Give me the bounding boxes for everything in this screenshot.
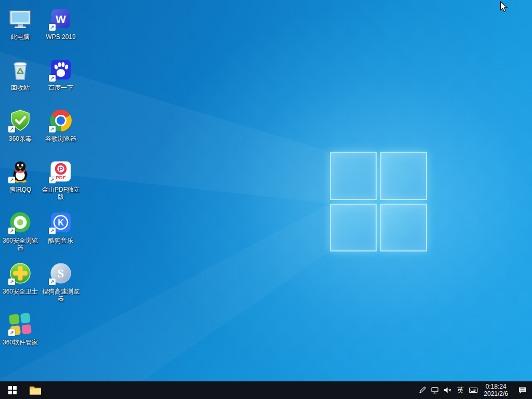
shortcut-arrow-icon: ↗ xyxy=(49,228,56,234)
icon-label: 谷歌浏览器 xyxy=(41,135,81,142)
shield-check-icon: ↗ xyxy=(8,108,33,133)
computer-icon xyxy=(8,6,33,31)
icon-label: 360安全浏览器 xyxy=(0,237,41,251)
icon-label: 360安全卫士 xyxy=(0,288,41,295)
icon-label: 搜狗高速浏览器 xyxy=(41,288,81,302)
icon-label: 360软件管家 xyxy=(0,339,41,346)
chrome-icon: ↗ xyxy=(48,108,73,133)
icon-label: 360杀毒 xyxy=(0,135,41,142)
pen-icon[interactable] xyxy=(416,381,429,399)
ime-indicator[interactable]: 英 xyxy=(454,385,467,395)
shortcut-arrow-icon: ↗ xyxy=(8,329,15,336)
pinwheel-icon: ↗ xyxy=(8,312,33,337)
desktop-icon-baidu[interactable]: ↗ 百度一下 xyxy=(41,57,81,91)
action-center-icon[interactable] xyxy=(512,381,532,399)
touch-keyboard-icon[interactable] xyxy=(467,381,480,399)
svg-text:K: K xyxy=(58,218,64,227)
system-tray: 英 0:18:24 2021/2/6 xyxy=(416,381,532,399)
icon-label: 酷狗音乐 xyxy=(41,237,81,244)
desktop-icon-sogou-browser[interactable]: S ↗ 搜狗高速浏览器 xyxy=(41,261,81,302)
icon-label: 百度一下 xyxy=(41,84,81,91)
icon-label: 腾讯QQ xyxy=(0,186,41,193)
desktop-icon-360-safe-guard[interactable]: ↗ 360安全卫士 xyxy=(0,261,41,295)
shortcut-arrow-icon: ↗ xyxy=(49,177,56,183)
shortcut-arrow-icon: ↗ xyxy=(8,228,15,234)
svg-text:S: S xyxy=(58,267,64,280)
clock-time: 0:18:24 xyxy=(486,383,507,390)
desktop-icon-area: 此电脑 回收站 ↗ 360杀毒 xyxy=(0,0,532,381)
clock-date: 2021/2/6 xyxy=(484,390,508,397)
svg-text:P: P xyxy=(59,165,63,173)
desktop-icon-360-software-manager[interactable]: ↗ 360软件管家 xyxy=(0,312,41,346)
desktop-icon-kingsoft-pdf[interactable]: P PDF ↗ 金山PDF独立版 xyxy=(41,159,81,201)
shortcut-arrow-icon: ↗ xyxy=(8,177,15,183)
windows-start-icon xyxy=(8,386,17,394)
shortcut-arrow-icon: ↗ xyxy=(8,126,15,132)
svg-text:W: W xyxy=(56,13,66,25)
folder-icon xyxy=(29,385,42,395)
shortcut-arrow-icon: ↗ xyxy=(49,126,56,132)
desktop-icon-recycle-bin[interactable]: 回收站 xyxy=(0,57,41,91)
desktop-icon-360-antivirus[interactable]: ↗ 360杀毒 xyxy=(0,108,41,142)
baidu-paw-icon: ↗ xyxy=(48,57,73,82)
wps-icon: W ↗ xyxy=(48,6,73,31)
kugou-icon: K ↗ xyxy=(48,210,73,235)
shortcut-arrow-icon: ↗ xyxy=(8,278,15,285)
sogou-icon: S ↗ xyxy=(48,261,73,286)
icon-label: WPS 2019 xyxy=(41,33,81,41)
green-plus-icon: ↗ xyxy=(8,261,33,286)
icon-label: 此电脑 xyxy=(0,33,41,41)
recycle-bin-icon xyxy=(8,57,33,82)
desktop-icon-wps-2019[interactable]: W ↗ WPS 2019 xyxy=(41,6,81,41)
shortcut-arrow-icon: ↗ xyxy=(49,75,56,82)
svg-text:PDF: PDF xyxy=(56,175,66,180)
shortcut-arrow-icon: ↗ xyxy=(49,24,56,31)
file-explorer-button[interactable] xyxy=(25,381,46,399)
start-button[interactable] xyxy=(0,381,25,399)
taskbar-clock[interactable]: 0:18:24 2021/2/6 xyxy=(480,383,512,397)
desktop-icon-this-pc[interactable]: 此电脑 xyxy=(0,6,41,41)
icon-label: 回收站 xyxy=(0,84,41,91)
network-icon[interactable] xyxy=(429,381,441,399)
green-ring-icon: ↗ xyxy=(8,210,33,235)
desktop-icon-kugou-music[interactable]: K ↗ 酷狗音乐 xyxy=(41,210,81,244)
taskbar: 英 0:18:24 2021/2/6 xyxy=(0,381,532,399)
shortcut-arrow-icon: ↗ xyxy=(49,278,56,285)
pdf-icon: P PDF ↗ xyxy=(48,159,73,184)
icon-label: 金山PDF独立版 xyxy=(41,186,81,201)
volume-muted-icon[interactable] xyxy=(441,381,454,399)
desktop-icon-chrome[interactable]: ↗ 谷歌浏览器 xyxy=(41,108,81,142)
desktop-icon-360-browser[interactable]: ↗ 360安全浏览器 xyxy=(0,210,41,251)
qq-penguin-icon: ↗ xyxy=(8,159,33,184)
desktop-icon-tencent-qq[interactable]: ↗ 腾讯QQ xyxy=(0,159,41,193)
